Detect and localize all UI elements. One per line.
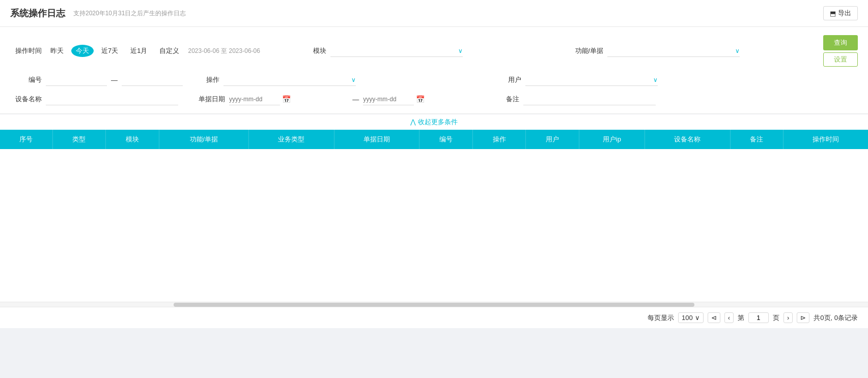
last-page-icon: ⊳	[800, 314, 806, 322]
time-btn-7days[interactable]: 近7天	[97, 45, 123, 57]
page-number-input[interactable]	[748, 312, 769, 323]
user-filter: 用户 ∨	[505, 74, 787, 86]
doc-date-filter: 单据日期 📅 — 📅	[199, 94, 483, 105]
function-filter: 功能/单据 ∨	[572, 45, 813, 57]
number-dash: —	[107, 76, 122, 84]
settings-button[interactable]: 设置	[823, 52, 858, 67]
number-input-from[interactable]	[46, 74, 107, 86]
time-btn-yesterday[interactable]: 昨天	[46, 45, 68, 57]
empty-area	[0, 149, 868, 302]
filter-row-3: 设备名称 单据日期 📅 — 📅 备注	[10, 93, 858, 105]
function-label: 功能/单据	[572, 46, 607, 55]
remark-input[interactable]	[523, 93, 656, 105]
col-remark: 备注	[730, 130, 783, 149]
function-chevron-icon: ∨	[735, 47, 740, 54]
col-module: 模块	[106, 130, 159, 149]
table-header-row: 序号 类型 模块 功能/单据 业务类型 单据日期 编号 操作 用户 用户ip 设…	[0, 130, 868, 149]
device-input[interactable]	[46, 93, 178, 105]
pagination-bar: 每页显示 100 ∨ ⊲ ‹ 第 页 › ⊳ 共0页, 0条记录	[0, 307, 868, 328]
calendar-to-icon[interactable]: 📅	[416, 95, 425, 103]
col-type: 类型	[52, 130, 105, 149]
col-function: 功能/单据	[159, 130, 248, 149]
col-user: 用户	[526, 130, 579, 149]
collapse-icon: ⋀	[410, 118, 416, 126]
number-input-to[interactable]	[122, 74, 183, 86]
time-btn-today[interactable]: 今天	[71, 45, 94, 57]
page-title: 系统操作日志	[10, 7, 65, 19]
page-unit: 页	[773, 313, 779, 323]
filter-row-2: 编号 — 操作 ∨ 用户 ∨	[10, 74, 858, 86]
col-user-ip: 用户ip	[579, 130, 645, 149]
per-page-select[interactable]: 100 ∨	[678, 312, 704, 323]
time-btn-1month[interactable]: 近1月	[126, 45, 152, 57]
action-buttons: 查询 设置	[823, 35, 858, 67]
user-select[interactable]: ∨	[525, 74, 658, 86]
module-select[interactable]: ∨	[330, 45, 463, 57]
prev-page-button[interactable]: ‹	[724, 312, 734, 323]
calendar-from-icon[interactable]: 📅	[282, 95, 291, 103]
time-btn-custom[interactable]: 自定义	[155, 45, 184, 57]
page-header: 系统操作日志 支持2020年10月31日之后产生的操作日志 ⬒ 导出	[0, 0, 868, 27]
date-to-wrap: 📅	[363, 94, 482, 105]
function-select[interactable]: ∨	[607, 45, 740, 57]
date-from-input[interactable]	[229, 94, 280, 105]
horizontal-scrollbar[interactable]	[0, 302, 868, 307]
module-label: 模块	[310, 46, 330, 55]
data-table: 序号 类型 模块 功能/单据 业务类型 单据日期 编号 操作 用户 用户ip 设…	[0, 130, 868, 149]
page-subtitle: 支持2020年10月31日之后产生的操作日志	[73, 9, 186, 18]
col-biz-type: 业务类型	[249, 130, 334, 149]
time-range-display: 2023-06-06 至 2023-06-06	[188, 47, 290, 55]
col-doc-date: 单据日期	[334, 130, 419, 149]
first-page-button[interactable]: ⊲	[708, 312, 720, 323]
header-actions: ⬒ 导出	[823, 6, 858, 20]
filter-row-1: 操作时间 昨天 今天 近7天 近1月 自定义 2023-06-06 至 2023…	[10, 35, 858, 67]
collapse-bar[interactable]: ⋀ 收起更多条件	[0, 114, 868, 130]
doc-date-label: 单据日期	[199, 95, 229, 104]
operation-filter: 操作 ∨	[203, 74, 485, 86]
page-label: 第	[738, 313, 744, 323]
export-button[interactable]: ⬒ 导出	[823, 6, 858, 20]
last-page-button[interactable]: ⊳	[797, 312, 809, 323]
date-dash: —	[348, 96, 363, 103]
total-text: 共0页, 0条记录	[814, 313, 858, 323]
next-page-button[interactable]: ›	[783, 312, 793, 323]
per-page-value: 100	[682, 314, 693, 322]
per-page-label: 每页显示	[648, 313, 674, 323]
prev-page-icon: ‹	[728, 314, 730, 322]
user-chevron-icon: ∨	[653, 76, 658, 83]
operation-chevron-icon: ∨	[351, 76, 356, 83]
export-icon: ⬒	[830, 10, 836, 17]
filter-panel: 操作时间 昨天 今天 近7天 近1月 自定义 2023-06-06 至 2023…	[0, 27, 868, 114]
query-button[interactable]: 查询	[823, 35, 858, 50]
col-device: 设备名称	[645, 130, 730, 149]
col-seq: 序号	[0, 130, 52, 149]
module-chevron-icon: ∨	[458, 47, 463, 54]
device-label: 设备名称	[10, 95, 46, 104]
scrollbar-thumb[interactable]	[174, 303, 694, 307]
col-op-time: 操作时间	[783, 130, 868, 149]
operation-select[interactable]: ∨	[223, 74, 356, 86]
table-container: 序号 类型 模块 功能/单据 业务类型 单据日期 编号 操作 用户 用户ip 设…	[0, 130, 868, 302]
col-operation: 操作	[472, 130, 525, 149]
col-number: 编号	[419, 130, 472, 149]
remark-label: 备注	[503, 95, 523, 104]
time-options: 昨天 今天 近7天 近1月 自定义	[46, 45, 184, 57]
number-label: 编号	[10, 75, 46, 84]
next-page-icon: ›	[787, 314, 789, 322]
module-filter: 模块 ∨	[310, 45, 551, 57]
date-from-wrap: 📅	[229, 94, 348, 105]
per-page-chevron-icon: ∨	[695, 314, 700, 322]
operation-label: 操作	[203, 75, 223, 84]
user-label: 用户	[505, 75, 525, 84]
time-label: 操作时间	[10, 46, 46, 55]
remark-filter: 备注	[503, 93, 787, 105]
first-page-icon: ⊲	[711, 314, 717, 322]
collapse-label: 收起更多条件	[418, 118, 458, 126]
date-to-input[interactable]	[363, 94, 414, 105]
